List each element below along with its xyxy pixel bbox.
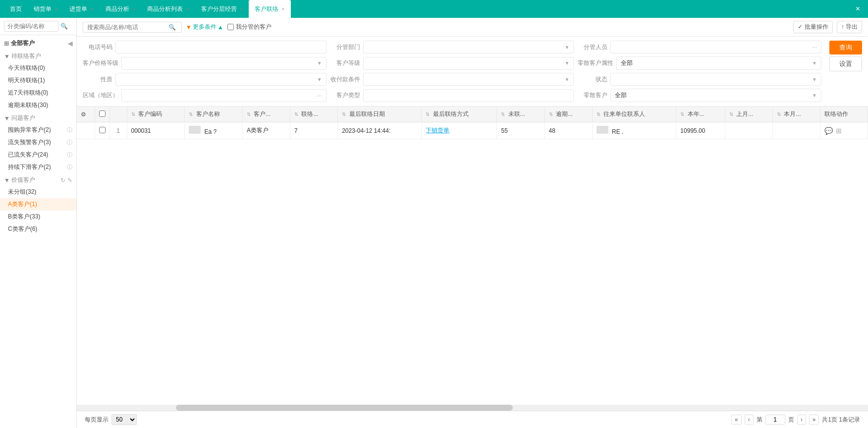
per-page-selector: 每页显示 50 100 200	[85, 414, 137, 425]
nav-product-analysis[interactable]: 商品分析 ×	[100, 0, 141, 18]
scroll-thumb[interactable]	[176, 405, 513, 411]
row-settings	[77, 122, 95, 139]
nav-customer-segment[interactable]: 客户分层经营 ×	[195, 0, 249, 18]
search-input[interactable]	[87, 24, 166, 31]
name-col-header[interactable]: ⇅ 客户名称	[185, 107, 243, 122]
group-waiting-contact[interactable]: ▼ 待联络客户	[0, 50, 76, 62]
row-name[interactable]: Ea ?	[185, 122, 243, 139]
more-filters-btn[interactable]: ▼ 更多条件 ▲	[186, 23, 223, 31]
region-select[interactable]: ···	[121, 89, 326, 102]
first-page-btn[interactable]: «	[731, 415, 742, 425]
contact-col-header[interactable]: ⇅ 联络...	[290, 107, 338, 122]
row-checkbox-cell[interactable]	[95, 122, 109, 139]
type-col-header[interactable]: ⇅ 客户...	[242, 107, 290, 122]
close-icon[interactable]: ×	[186, 0, 189, 18]
customer-type-input[interactable]	[363, 89, 574, 102]
export-btn[interactable]: ↑ 导出	[837, 21, 862, 33]
customer-level-select[interactable]: ▼	[363, 57, 574, 70]
sidebar-item-declining[interactable]: 持续下滑客户(2) ⓘ	[0, 161, 76, 173]
collapse-icon[interactable]: ◀	[68, 40, 72, 47]
sidebar-item-c-class[interactable]: C类客户(6)	[0, 223, 76, 235]
chevron-down-icon: ▼	[564, 77, 569, 82]
code-col-header[interactable]: ⇅ 客户编码	[127, 107, 185, 122]
my-customers-checkbox[interactable]	[227, 24, 234, 30]
sidebar-item-today[interactable]: 今天待联络(0)	[0, 62, 76, 74]
status-select[interactable]: ▼	[610, 73, 821, 86]
this-year-col-header[interactable]: ⇅ 本年...	[676, 107, 725, 122]
next-page-btn[interactable]: ›	[797, 415, 806, 425]
pagination: « ‹ 第 页 › » 共1页 1条记录	[731, 415, 860, 425]
phone-input[interactable]	[115, 41, 326, 54]
prev-page-btn[interactable]: ‹	[745, 415, 754, 425]
retail-customer-select[interactable]: 全部 ▼	[610, 89, 821, 102]
settings-icon[interactable]: ⚙	[81, 111, 86, 118]
settings-button[interactable]: 设置	[829, 56, 862, 71]
this-month-col-header[interactable]: ⇅ 本月...	[773, 107, 820, 122]
nav-sales[interactable]: 销货单 ×	[28, 0, 63, 18]
row-overdue: 48	[544, 122, 592, 139]
dept-select[interactable]: ▼	[363, 41, 574, 54]
last-method-col-header[interactable]: ⇅ 最后联络方式	[422, 107, 497, 122]
group-problem-customers[interactable]: ▼ 问题客户	[0, 111, 76, 124]
search-container[interactable]: 🔍	[83, 22, 182, 33]
price-level-select[interactable]: ▼	[121, 57, 326, 70]
close-icon[interactable]: ×	[90, 0, 93, 18]
search-icon[interactable]: 🔍	[168, 24, 176, 31]
close-icon[interactable]: ×	[240, 0, 243, 18]
overdue-col-header[interactable]: ⇅ 逾期...	[544, 107, 592, 122]
price-level-field: 客户价格等级 ▼	[83, 57, 326, 70]
last-month-col-header[interactable]: ⇅ 上月...	[725, 107, 773, 122]
sidebar-item-tomorrow[interactable]: 明天待联络(1)	[0, 74, 76, 87]
close-icon[interactable]: ×	[54, 0, 57, 18]
sidebar-item-7days[interactable]: 近7天待联络(0)	[0, 87, 76, 99]
nav-customer-contact[interactable]: 客户联络 ×	[249, 0, 290, 18]
row-code[interactable]: 000031	[127, 122, 185, 139]
search-icon[interactable]: 🔍	[60, 23, 68, 30]
link-icon[interactable]: ⊞	[836, 127, 842, 135]
check-icon: ✓	[798, 23, 803, 30]
page-number-input[interactable]	[765, 415, 785, 425]
sidebar-item-no-group[interactable]: 未分组(32)	[0, 186, 76, 198]
not-contact-col-header[interactable]: ⇅ 未联...	[497, 107, 544, 122]
query-button[interactable]: 查询	[829, 41, 862, 54]
settings-col-header[interactable]: ⚙	[77, 107, 95, 122]
sidebar-search-input[interactable]	[4, 21, 58, 32]
unit-contact-col-header[interactable]: ⇅ 往来单位联系人	[592, 107, 676, 122]
nav-product-analysis-list[interactable]: 商品分析列表 ×	[141, 0, 195, 18]
manager-select[interactable]: ···	[610, 41, 821, 54]
sidebar-item-churn-warning[interactable]: 流失预警客户(3) ⓘ	[0, 136, 76, 149]
select-all-checkbox[interactable]	[99, 110, 106, 117]
group-value-customers[interactable]: ▼ 价值客户 ↻ ✎	[0, 173, 76, 186]
sidebar-item-overdue[interactable]: 逾期未联络(30)	[0, 99, 76, 111]
close-all-icon[interactable]: ×	[852, 4, 864, 13]
message-icon[interactable]: 💬	[824, 127, 833, 135]
batch-operation-btn[interactable]: ✓ 批量操作	[793, 21, 832, 33]
sidebar-item-b-class[interactable]: B类客户(33)	[0, 211, 76, 223]
sidebar: 🔍 ⊞ 全部客户 ◀ ▼ 待联络客户 今天待联络(0) 明天待联络(1) 近7天…	[0, 18, 77, 428]
edit-icon[interactable]: ✎	[67, 177, 72, 184]
customer-type-field: 客户类型	[330, 89, 574, 102]
sidebar-item-churned[interactable]: 已流失客户(24) ⓘ	[0, 149, 76, 161]
close-icon[interactable]: ×	[281, 0, 284, 18]
last-date-col-header[interactable]: ⇅ 最后联络日期	[338, 107, 422, 122]
payment-select[interactable]: ▼	[363, 73, 574, 86]
sidebar-item-a-class[interactable]: A类客户(1)	[0, 198, 76, 211]
sidebar-search-container: 🔍	[0, 18, 76, 35]
horizontal-scrollbar[interactable]	[77, 405, 868, 411]
refresh-icon[interactable]: ↻	[60, 177, 65, 184]
all-customers-title[interactable]: ⊞ 全部客户 ◀	[0, 35, 76, 50]
content-area: 🔍 ▼ 更多条件 ▲ 我分管的客户 ✓ 批量操作 ↑ 导出	[77, 18, 868, 428]
close-icon[interactable]: ×	[132, 0, 135, 18]
nav-home[interactable]: 首页	[4, 0, 28, 18]
nature-select[interactable]: ▼	[115, 73, 326, 86]
row-num: 1	[109, 122, 127, 139]
last-page-btn[interactable]: »	[809, 415, 819, 425]
export-icon: ↑	[841, 23, 844, 30]
retail-attr-select[interactable]: 全部 ▼	[616, 56, 821, 70]
row-checkbox[interactable]	[99, 127, 106, 133]
checkbox-col-header[interactable]	[95, 107, 109, 122]
nav-purchase[interactable]: 进货单 ×	[63, 0, 99, 18]
row-last-method[interactable]: 下销货单	[422, 122, 497, 139]
per-page-select[interactable]: 50 100 200	[111, 414, 137, 425]
sidebar-item-abnormal[interactable]: 囤购异常客户(2) ⓘ	[0, 124, 76, 136]
